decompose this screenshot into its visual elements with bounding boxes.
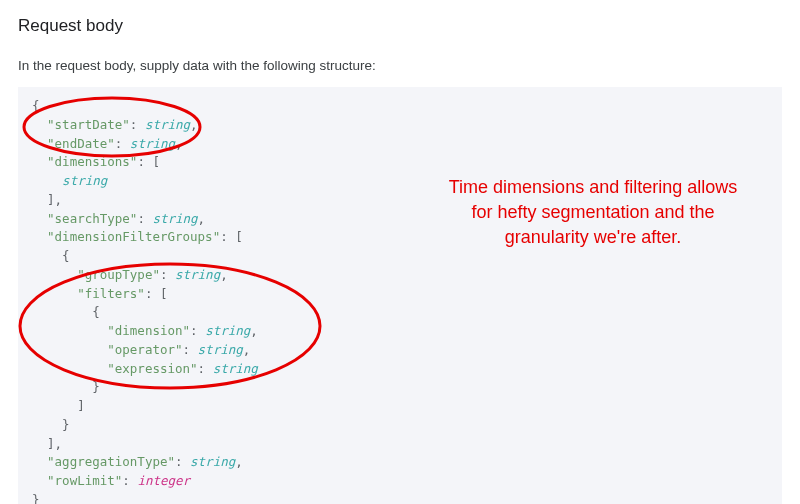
type-rowLimit: integer bbox=[137, 473, 190, 488]
key-rowLimit: "rowLimit" bbox=[47, 473, 122, 488]
intro-text: In the request body, supply data with th… bbox=[18, 58, 782, 73]
type-aggregationType: string bbox=[190, 454, 235, 469]
type-dimension: string bbox=[205, 323, 250, 338]
type-groupType: string bbox=[175, 267, 220, 282]
key-dimensions: "dimensions" bbox=[47, 154, 137, 169]
key-groupType: "groupType" bbox=[77, 267, 160, 282]
key-dimensionFilterGroups: "dimensionFilterGroups" bbox=[47, 229, 220, 244]
key-searchType: "searchType" bbox=[47, 211, 137, 226]
type-operator: string bbox=[198, 342, 243, 357]
key-endDate: "endDate" bbox=[47, 136, 115, 151]
section-heading: Request body bbox=[18, 16, 782, 36]
key-dimension: "dimension" bbox=[107, 323, 190, 338]
key-expression: "expression" bbox=[107, 361, 197, 376]
request-body-schema: { "startDate": string, "endDate": string… bbox=[18, 87, 782, 504]
type-startDate: string bbox=[145, 117, 190, 132]
type-searchType: string bbox=[152, 211, 197, 226]
key-aggregationType: "aggregationType" bbox=[47, 454, 175, 469]
key-filters: "filters" bbox=[77, 286, 145, 301]
key-operator: "operator" bbox=[107, 342, 182, 357]
type-dimensions-item: string bbox=[62, 173, 107, 188]
type-endDate: string bbox=[130, 136, 175, 151]
type-expression: string bbox=[213, 361, 258, 376]
key-startDate: "startDate" bbox=[47, 117, 130, 132]
